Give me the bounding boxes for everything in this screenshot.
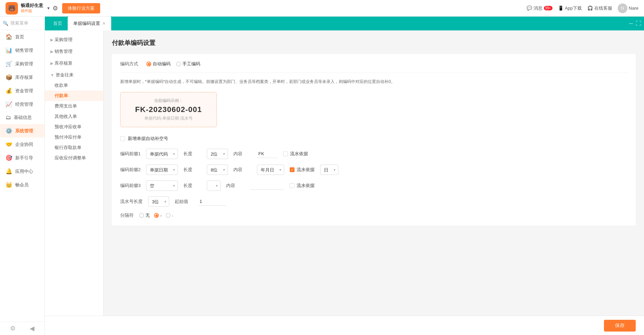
separator-row: 分隔符 无 - · [120, 212, 627, 218]
online-service-label: 在线客服 [594, 5, 612, 11]
capital-icon: 💰 [6, 87, 12, 94]
sep-dot-radio[interactable] [154, 213, 159, 218]
sep-none-option[interactable]: 无 [139, 212, 150, 218]
prefix1-flow-checkbox[interactable]: 流水依据 [283, 151, 308, 157]
sidebar-item-sales[interactable]: 📊 销售管理 [0, 44, 45, 57]
avatar: N [618, 3, 627, 13]
app-download-item[interactable]: 📱 App下载 [558, 5, 582, 11]
prefix1-length-label: 长度 [183, 151, 201, 157]
sidebar-search[interactable]: 🔍 搜索菜单 [0, 17, 45, 30]
page-content: ▶ 采购管理 ▶ 销售管理 ▶ 库存核算 [45, 30, 644, 316]
sidebar-item-guide[interactable]: 🎯 新手引导 [0, 151, 45, 165]
top-bar-right: 💬 消息 99+ 📱 App下载 🎧 在线客服 N Nare [527, 3, 638, 13]
online-service-item[interactable]: 🎧 在线客服 [587, 5, 612, 11]
prefix1-select[interactable]: 单据代码 单据日期 空 [146, 149, 178, 159]
prefix2-flow-box[interactable] [290, 167, 295, 172]
sub-group-stock: ▶ 库存核算 [45, 58, 103, 68]
sub-group-stock-title[interactable]: ▶ 库存核算 [45, 58, 103, 68]
sub-item-expense[interactable]: 费用支出单 [45, 101, 103, 111]
prefix2-length-select[interactable]: 8位 4位 6位 [207, 165, 228, 175]
prefix2-content-select[interactable]: 年月日 年月 年 [257, 165, 284, 175]
sub-item-bank[interactable]: 银行存取款单 [45, 142, 103, 153]
sub-group-label: 销售管理 [55, 48, 73, 55]
auto-encode-option[interactable]: 自动编码 [146, 61, 171, 67]
prefix2-period-select[interactable]: 日 月 年 [320, 165, 338, 175]
sub-group-purchase-title[interactable]: ▶ 采购管理 [45, 35, 103, 45]
tab-close-icon[interactable]: ✕ [102, 21, 106, 26]
sidebar-item-operation[interactable]: 📈 经营管理 [0, 97, 45, 111]
prefix1-content-input[interactable] [257, 150, 278, 158]
sidebar-item-home[interactable]: 🏠 首页 [0, 30, 45, 44]
save-button[interactable]: 保存 [604, 320, 636, 332]
prefix3-select[interactable]: 空 单据代码 单据日期 [146, 180, 178, 191]
sub-item-advance-payable[interactable]: 预付冲应付单 [45, 132, 103, 142]
sep-dot2-radio[interactable] [166, 213, 171, 218]
sub-group-sales-title[interactable]: ▶ 销售管理 [45, 46, 103, 57]
sidebar-item-purchase[interactable]: 🛒 采购管理 [0, 57, 45, 71]
prefix2-select[interactable]: 单据日期 单据代码 空 [146, 165, 178, 175]
preview-box: 当前编码示例： FK-20230602-001 单据代码-单据日期-流水号 [120, 92, 217, 127]
trial-button[interactable]: 体验行业方案 [62, 3, 100, 13]
settings-icon[interactable]: ⚙ [52, 4, 58, 12]
user-avatar-item[interactable]: N Nare [618, 3, 638, 13]
tab-home[interactable]: 首页 [48, 17, 68, 30]
sub-item-advance-receivable[interactable]: 预收冲应收单 [45, 122, 103, 132]
serial-length-select[interactable]: 3位 4位 5位 [148, 196, 169, 207]
prefix3-content-input[interactable] [250, 182, 284, 190]
prefix1-length-select[interactable]: 2位 4位 6位 [207, 149, 228, 159]
prefix1-length-select-wrap: 2位 4位 6位 [207, 149, 228, 159]
separator-options: 无 - · [139, 212, 173, 218]
sidebar-item-stock[interactable]: 📦 库存核算 [0, 71, 45, 84]
sub-group-label: 采购管理 [55, 37, 73, 43]
sidebar-item-capital[interactable]: 💰 资金管理 [0, 84, 45, 97]
sub-group-capital-title[interactable]: ▼ 资金往来 [45, 70, 103, 80]
sidebar-item-base[interactable]: 🗂 基础信息 [0, 111, 45, 124]
username-label: Nare [629, 6, 638, 11]
start-value-label: 起始值 [175, 198, 193, 205]
logo-text-block: 畅通好生意 插件版 [21, 3, 43, 13]
sub-item-receipt[interactable]: 收款单 [45, 80, 103, 91]
start-value-input[interactable] [198, 197, 226, 206]
sub-group-sales: ▶ 销售管理 [45, 46, 103, 57]
sub-item-payment[interactable]: 付款单 [45, 91, 103, 101]
sep-dot-option[interactable]: - [154, 213, 162, 218]
sidebar-item-member[interactable]: 👑 畅会员 [0, 178, 45, 192]
prefix3-flow-box[interactable] [290, 183, 295, 188]
sidebar-search-label: 搜索菜单 [10, 20, 28, 26]
sidebar-item-system[interactable]: ⚙️ 系统管理 [0, 124, 45, 138]
sidebar-item-label: 销售管理 [15, 47, 33, 54]
message-item[interactable]: 💬 消息 99+ [527, 5, 552, 11]
sub-item-ar-ap-adjust[interactable]: 应收应付调整单 [45, 153, 103, 163]
prefix3-length-select[interactable] [207, 180, 221, 191]
sub-item-other-income[interactable]: 其他收入单 [45, 111, 103, 122]
settings-bottom-icon[interactable]: ⚙ [10, 325, 16, 332]
separator-label: 分隔符 [120, 212, 134, 218]
auto-fill-label: 新增单据自动补空号 [128, 136, 168, 142]
prefix3-select-wrap: 空 单据代码 单据日期 [146, 180, 178, 191]
app-logo: 🐻 畅通好生意 插件版 [6, 2, 43, 15]
sep-dot2-option[interactable]: · [166, 213, 173, 218]
prefix3-content-label: 内容 [226, 183, 244, 189]
sidebar-item-label: 系统管理 [15, 128, 33, 134]
app-download-label: App下载 [565, 5, 582, 11]
prefix1-flow-box[interactable] [283, 151, 288, 156]
tab-encode-setting[interactable]: 单据编码设置 ✕ [68, 17, 111, 30]
collapse-icon[interactable]: ◀ [30, 325, 35, 332]
nav-dropdown[interactable]: ▾ [47, 6, 50, 11]
prefix2-label: 编码前缀2 [120, 167, 141, 173]
tab-minimize-icon[interactable]: ─ [629, 20, 633, 27]
sidebar-item-enterprise[interactable]: 🤝 企业协同 [0, 138, 45, 151]
sidebar-item-apps[interactable]: 🔔 应用中心 [0, 165, 45, 178]
auto-encode-radio[interactable] [146, 62, 151, 66]
tab-maximize-icon[interactable]: ⛶ [636, 20, 641, 27]
sep-none-radio[interactable] [139, 213, 144, 218]
prefix2-flow-checkbox[interactable]: 流水依据 [290, 167, 315, 173]
serial-length-select-wrap: 3位 4位 5位 [148, 196, 169, 207]
prefix3-flow-checkbox[interactable]: 流水依据 [290, 183, 315, 189]
auto-fill-checkbox[interactable] [120, 136, 125, 141]
manual-encode-option[interactable]: 手工编码 [176, 61, 200, 67]
member-icon: 👑 [6, 182, 12, 188]
manual-encode-radio[interactable] [176, 62, 181, 66]
preview-sub: 单据代码-单据日期-流水号 [144, 115, 193, 121]
sub-group-label: 资金往来 [56, 72, 74, 78]
